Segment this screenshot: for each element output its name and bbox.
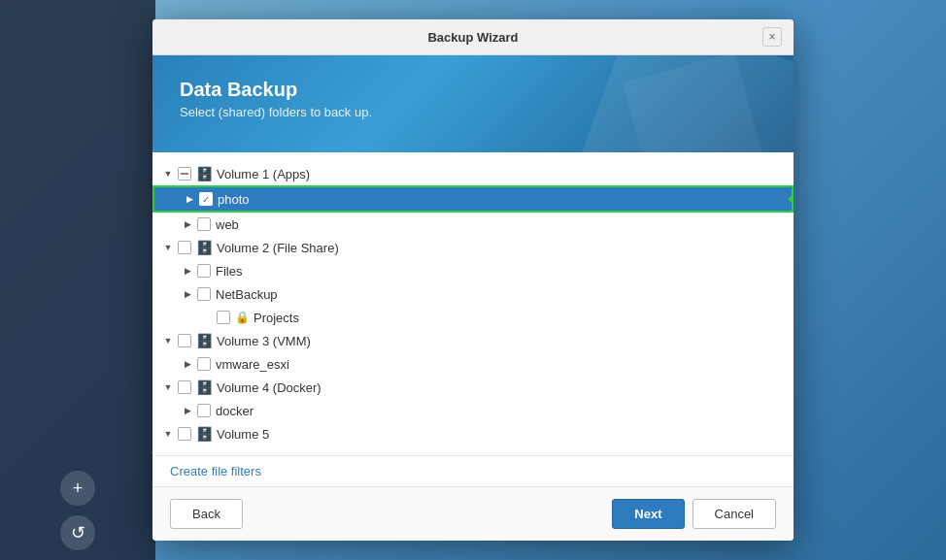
header-title: Data Backup <box>180 79 766 101</box>
expand-web[interactable] <box>180 216 195 232</box>
volume-icon-vol1: 🗄️ <box>196 166 213 181</box>
modal-titlebar: Backup Wizard × <box>152 19 794 55</box>
checkbox-vmware[interactable] <box>197 357 211 371</box>
volume-icon-vol2: 🗄️ <box>196 240 213 255</box>
tree-item-netbackup[interactable]: NetBackup <box>152 282 794 306</box>
modal-footer: Back Next Cancel <box>152 486 794 541</box>
footer-right: Next Cancel <box>612 499 776 529</box>
modal-body: 🗄️ Volume 1 (Apps) ✓ photo <box>152 152 794 486</box>
tree-item-vol1[interactable]: 🗄️ Volume 1 (Apps) <box>152 162 794 185</box>
label-vol2: Volume 2 (File Share) <box>217 241 339 255</box>
checkbox-vol3[interactable] <box>178 334 191 347</box>
checkbox-vol5[interactable] <box>178 427 191 441</box>
label-netbackup: NetBackup <box>216 287 278 302</box>
tree-item-web[interactable]: web <box>152 213 794 236</box>
label-files: Files <box>216 264 242 279</box>
expand-photo[interactable] <box>182 191 197 207</box>
checkbox-docker[interactable] <box>197 404 211 417</box>
checkbox-vol2[interactable] <box>178 241 191 254</box>
tree-item-projects[interactable]: 🔒 Projects <box>152 306 794 329</box>
modal-close-button[interactable]: × <box>762 27 782 47</box>
checkbox-netbackup[interactable] <box>197 287 211 301</box>
label-vmware: vmware_esxi <box>216 357 289 372</box>
label-web: web <box>216 217 239 232</box>
modal-title: Backup Wizard <box>184 30 762 45</box>
checkbox-vol4[interactable] <box>178 380 191 394</box>
checkbox-photo[interactable]: ✓ <box>199 192 213 206</box>
tree-item-vmware[interactable]: vmware_esxi <box>152 352 794 376</box>
lock-icon: 🔒 <box>235 311 250 324</box>
label-photo: photo <box>218 192 250 207</box>
desktop: + ↺ Backup Wizard × Data Backup Select (… <box>0 0 946 560</box>
label-vol5: Volume 5 <box>217 427 269 442</box>
tree-item-files[interactable]: Files <box>152 259 794 282</box>
tree-item-docker[interactable]: docker <box>152 399 794 422</box>
create-filter-link[interactable]: Create file filters <box>170 464 261 478</box>
header-subtitle: Select (shared) folders to back up. <box>180 105 766 119</box>
back-button[interactable]: Back <box>170 499 243 529</box>
label-projects: Projects <box>253 311 299 325</box>
tree-item-vol3[interactable]: 🗄️ Volume 3 (VMM) <box>152 329 794 352</box>
label-docker: docker <box>216 404 253 418</box>
checkbox-web[interactable] <box>197 217 211 231</box>
checkbox-vol1[interactable] <box>178 167 191 181</box>
next-button[interactable]: Next <box>612 499 684 529</box>
expand-vol5[interactable] <box>160 426 176 442</box>
volume-icon-vol5: 🗄️ <box>196 426 213 442</box>
label-vol4: Volume 4 (Docker) <box>217 380 321 395</box>
backup-wizard-modal: Backup Wizard × Data Backup Select (shar… <box>152 19 794 541</box>
tree-container[interactable]: 🗄️ Volume 1 (Apps) ✓ photo <box>152 152 794 455</box>
modal-header: Data Backup Select (shared) folders to b… <box>152 55 794 152</box>
tree-item-photo[interactable]: ✓ photo <box>152 185 794 213</box>
expand-vol4[interactable] <box>160 379 176 395</box>
label-vol1: Volume 1 (Apps) <box>217 167 310 181</box>
expand-vol3[interactable] <box>160 333 176 348</box>
expand-docker[interactable] <box>180 403 195 418</box>
checkbox-projects[interactable] <box>217 311 230 324</box>
label-vol3: Volume 3 (VMM) <box>217 334 311 348</box>
modal-overlay: Backup Wizard × Data Backup Select (shar… <box>0 0 946 560</box>
photo-row-wrapper: ✓ photo <box>152 185 794 213</box>
filter-link-row: Create file filters <box>152 455 794 486</box>
expand-vol1[interactable] <box>160 166 176 181</box>
tree-item-vol4[interactable]: 🗄️ Volume 4 (Docker) <box>152 376 794 399</box>
volume-icon-vol4: 🗄️ <box>196 379 213 395</box>
expand-vol2[interactable] <box>160 240 176 255</box>
tree-item-vol2[interactable]: 🗄️ Volume 2 (File Share) <box>152 236 794 259</box>
checkbox-files[interactable] <box>197 264 211 278</box>
cancel-button[interactable]: Cancel <box>693 499 776 529</box>
expand-files[interactable] <box>180 263 195 279</box>
tree-item-vol5[interactable]: 🗄️ Volume 5 <box>152 422 794 445</box>
volume-icon-vol3: 🗄️ <box>196 333 213 348</box>
expand-vmware[interactable] <box>180 356 195 372</box>
expand-netbackup[interactable] <box>180 286 195 302</box>
